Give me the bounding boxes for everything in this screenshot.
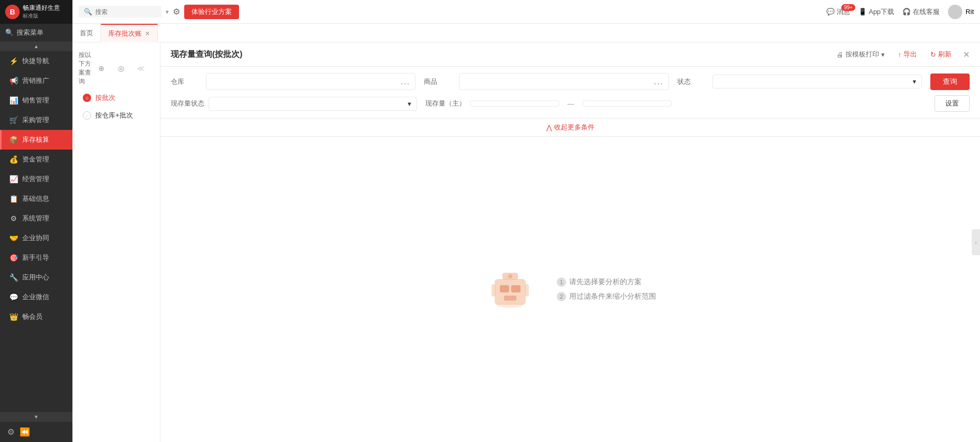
nav-icon-basics: 📋 bbox=[9, 194, 18, 203]
filter-row-2: 现存量状态 ▾ 现存量（主） — 设置 bbox=[171, 95, 970, 112]
nav-icon-ops: 📈 bbox=[9, 174, 18, 184]
quantity-label: 现存量（主） bbox=[425, 99, 466, 108]
export-btn[interactable]: ↑ 导出 bbox=[894, 48, 922, 61]
warehouse-label: 仓库 bbox=[171, 77, 202, 86]
sidebar-item-ops[interactable]: 📈 经营管理 bbox=[0, 169, 72, 189]
quantity-dash: — bbox=[563, 100, 578, 108]
sidebar-header: B 畅康通好生意 标准版 bbox=[0, 0, 72, 24]
nav-icon-quick-nav: ⚡ bbox=[9, 56, 18, 66]
svg-point-8 bbox=[497, 302, 523, 308]
sidebar-item-sales[interactable]: 📊 销售管理 bbox=[0, 91, 72, 110]
tabs-bar: 首页库存批次账✕ bbox=[72, 24, 980, 42]
left-panel-title: 按以下方案查询 bbox=[79, 51, 95, 86]
scheme-list: ○ 按批次 ○ 按仓库+批次 bbox=[72, 89, 160, 124]
quantity-max-input[interactable] bbox=[583, 100, 672, 107]
search-menu-label: 搜索菜单 bbox=[17, 28, 43, 37]
app-name: 畅康通好生意 bbox=[23, 4, 60, 12]
sidebar-item-inventory[interactable]: 📦 库存核算 bbox=[0, 130, 72, 150]
warehouse-dots-icon: ... bbox=[400, 76, 410, 87]
page-title: 现存量查询(按批次) bbox=[171, 49, 243, 60]
inventory-status-select[interactable]: ▾ bbox=[209, 97, 417, 111]
left-panel: 按以下方案查询 ⊕ ◎ ≪ ○ 按批次 ○ 按仓库+批次 bbox=[72, 42, 160, 442]
tab-inventory-batch[interactable]: 库存批次账✕ bbox=[101, 24, 158, 42]
svg-rect-7 bbox=[525, 284, 529, 297]
messages-btn[interactable]: 💬 消息 99+ bbox=[826, 7, 850, 17]
add-scheme-icon[interactable]: ⊕ bbox=[98, 64, 115, 72]
tab-home[interactable]: 首页 bbox=[72, 24, 101, 42]
sidebar-item-basics[interactable]: 📋 基础信息 bbox=[0, 189, 72, 209]
side-close-handle[interactable]: › bbox=[972, 229, 980, 255]
topbar-gear-icon[interactable]: ⚙ bbox=[173, 7, 180, 17]
settings-footer-icon[interactable]: ⚙ bbox=[7, 427, 14, 437]
setting-btn[interactable]: 设置 bbox=[934, 95, 970, 112]
trial-btn[interactable]: 体验行业方案 bbox=[184, 5, 239, 19]
nav-label-system: 系统管理 bbox=[22, 214, 49, 223]
svg-rect-1 bbox=[500, 285, 509, 292]
sidebar-item-marketing[interactable]: 📢 营销推广 bbox=[0, 71, 72, 91]
collapse-more-label: 收起更多条件 bbox=[554, 123, 595, 132]
collapse-left-panel-icon[interactable]: ≪ bbox=[137, 64, 154, 72]
sidebar-item-wechat[interactable]: 💬 企业微信 bbox=[0, 287, 72, 307]
nav-icon-marketing: 📢 bbox=[9, 76, 18, 85]
collapse-sidebar-icon[interactable]: ⏪ bbox=[20, 427, 30, 437]
sidebar: B 畅康通好生意 标准版 🔍 搜索菜单 ▲ ⚡ 快捷导航 📢 营销推广 📊 销售… bbox=[0, 0, 72, 442]
close-page-icon[interactable]: ✕ bbox=[963, 50, 970, 60]
sidebar-item-newbie[interactable]: 🎯 新手引导 bbox=[0, 248, 72, 268]
nav-icon-members: 👑 bbox=[9, 312, 18, 321]
query-btn[interactable]: 查询 bbox=[930, 73, 970, 90]
quantity-min-input[interactable] bbox=[470, 100, 559, 107]
empty-illustration bbox=[484, 263, 536, 315]
tab-close-inventory-batch[interactable]: ✕ bbox=[145, 30, 150, 37]
search-menu[interactable]: 🔍 搜索菜单 bbox=[0, 24, 72, 42]
scheme-item-by-batch[interactable]: ○ 按批次 bbox=[72, 89, 160, 107]
topbar-actions: 💬 消息 99+ 📱 App下载 🎧 在线客服 Rit bbox=[826, 5, 974, 19]
app-edition: 标准版 bbox=[23, 12, 60, 20]
warehouse-input[interactable]: ... bbox=[206, 73, 415, 90]
svg-rect-2 bbox=[511, 285, 521, 292]
nav-icon-newbie: 🎯 bbox=[9, 253, 18, 262]
app-download-btn[interactable]: 📱 App下载 bbox=[858, 7, 894, 17]
topbar-dropdown-icon[interactable]: ▾ bbox=[166, 8, 169, 16]
status-label: 状态 bbox=[677, 77, 708, 86]
empty-tips: 1 请先选择要分析的方案 2 用过滤条件来缩小分析范围 bbox=[557, 277, 656, 301]
online-service-icon: 🎧 bbox=[902, 8, 911, 16]
collapse-up-icon: ⋀ bbox=[546, 124, 552, 131]
sidebar-item-quick-nav[interactable]: ⚡ 快捷导航 bbox=[0, 51, 72, 71]
nav-icon-purchase: 🛒 bbox=[9, 115, 18, 125]
user-avatar bbox=[948, 5, 962, 19]
refresh-btn[interactable]: ↻ 刷新 bbox=[926, 48, 956, 61]
scheme-item-by-warehouse-batch[interactable]: ○ 按仓库+批次 bbox=[72, 107, 160, 124]
print-btn[interactable]: 🖨 按模板打印 ▾ bbox=[833, 48, 889, 61]
page-header: 现存量查询(按批次) 🖨 按模板打印 ▾ ↑ 导出 ↻ 刷新 bbox=[160, 42, 980, 67]
tab-label-inventory-batch: 库存批次账 bbox=[108, 29, 142, 38]
nav-label-members: 畅会员 bbox=[22, 312, 42, 321]
collapse-more-btn[interactable]: ⋀ 收起更多条件 bbox=[160, 119, 980, 137]
scroll-down-btn[interactable]: ▼ bbox=[0, 412, 72, 421]
topbar-search[interactable]: 🔍 bbox=[79, 6, 161, 18]
print-icon: 🖨 bbox=[837, 51, 843, 58]
filter-row-1: 仓库 ... 商品 ... 状态 bbox=[171, 73, 970, 90]
user-menu[interactable]: Rit bbox=[948, 5, 974, 19]
scroll-up-btn[interactable]: ▲ bbox=[0, 42, 72, 51]
topbar-search-input[interactable] bbox=[95, 8, 147, 16]
tab-label-home: 首页 bbox=[80, 28, 93, 38]
refresh-label: 刷新 bbox=[938, 50, 952, 59]
nav-label-finance: 资金管理 bbox=[22, 155, 49, 164]
scheme-settings-icon[interactable]: ◎ bbox=[118, 64, 135, 72]
sidebar-item-enterprise[interactable]: 🤝 企业协同 bbox=[0, 228, 72, 248]
right-panel: 现存量查询(按批次) 🖨 按模板打印 ▾ ↑ 导出 ↻ 刷新 bbox=[160, 42, 980, 442]
status-select[interactable]: ▾ bbox=[712, 75, 922, 89]
nav-label-newbie: 新手引导 bbox=[22, 253, 49, 262]
empty-tip-2: 2 用过滤条件来缩小分析范围 bbox=[557, 292, 656, 301]
nav-label-marketing: 营销推广 bbox=[22, 76, 49, 85]
sidebar-item-finance[interactable]: 💰 资金管理 bbox=[0, 150, 72, 169]
sidebar-item-members[interactable]: 👑 畅会员 bbox=[0, 307, 72, 327]
sidebar-item-system[interactable]: ⚙ 系统管理 bbox=[0, 209, 72, 228]
nav-label-ops: 经营管理 bbox=[22, 174, 49, 184]
online-service-btn[interactable]: 🎧 在线客服 bbox=[902, 7, 940, 17]
sidebar-item-purchase[interactable]: 🛒 采购管理 bbox=[0, 110, 72, 130]
goods-dots-icon: ... bbox=[654, 76, 663, 87]
svg-rect-3 bbox=[504, 296, 516, 301]
sidebar-item-app-center[interactable]: 🔧 应用中心 bbox=[0, 268, 72, 287]
goods-input[interactable]: ... bbox=[459, 73, 669, 90]
